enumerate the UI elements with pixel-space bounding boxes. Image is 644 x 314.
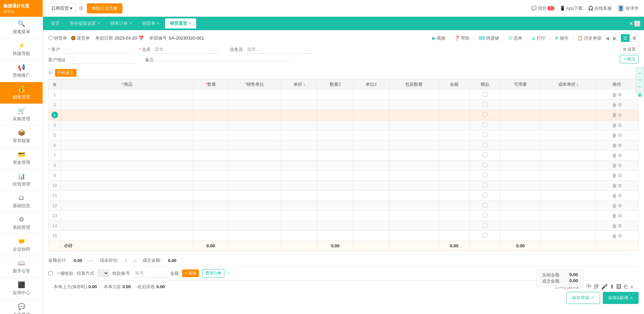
cell-pkg-qty-5[interactable]: [389, 130, 439, 140]
cell-qty-6[interactable]: [194, 140, 228, 150]
delete-row-2[interactable]: 🗑: [612, 102, 617, 108]
copy-row-13[interactable]: ⧉: [618, 213, 622, 218]
delete-row-6[interactable]: 🗑: [612, 142, 617, 148]
cell-amount-2[interactable]: [439, 100, 470, 110]
cell-goods-12[interactable]: [61, 201, 194, 211]
cell-goods-14[interactable]: [61, 221, 194, 231]
float-attachment[interactable]: 附件: [636, 67, 644, 73]
cell-unit-12[interactable]: [228, 201, 281, 211]
gift-checkbox-1[interactable]: [483, 92, 487, 97]
copy-row-1[interactable]: ⧉: [618, 92, 622, 98]
cell-amount-1[interactable]: [439, 90, 470, 100]
goods-input-3[interactable]: [64, 113, 191, 118]
cell-gift-5[interactable]: [470, 130, 500, 140]
cell-goods-2[interactable]: [61, 100, 194, 110]
sidebar-item-marketing[interactable]: 📢 营销推广: [0, 60, 43, 82]
tool-set[interactable]: ∈: [624, 284, 628, 290]
cell-gift-15[interactable]: [470, 231, 500, 241]
cell-price-14[interactable]: [281, 221, 317, 231]
cell-qty2-3[interactable]: [317, 110, 353, 120]
cell-qty-1[interactable]: [194, 90, 228, 100]
cell-unit-7[interactable]: [228, 150, 281, 161]
cell-qty2-2[interactable]: [317, 100, 353, 110]
cell-price-11[interactable]: [281, 191, 317, 201]
gear-settings-icon[interactable]: ⚙: [79, 5, 84, 11]
gift-checkbox-13[interactable]: [483, 213, 487, 217]
cell-available-2[interactable]: [500, 100, 541, 110]
sidebar-item-basic[interactable]: 🗂 基础信息: [0, 191, 43, 212]
cell-qty-8[interactable]: [194, 161, 228, 171]
warehouse-input[interactable]: 总仓 ...: [153, 45, 220, 54]
cell-pkg-qty-15[interactable]: [389, 231, 439, 241]
cell-unit2-10[interactable]: [353, 181, 389, 191]
table-settings-icon[interactable]: ⚙: [48, 70, 52, 75]
float-favorite[interactable]: 收藏: [636, 87, 644, 93]
cell-price-3[interactable]: [281, 110, 317, 120]
tab-sale-delivery[interactable]: 销货单 ✕: [138, 18, 164, 28]
copy-row-10[interactable]: ⧉: [618, 183, 622, 188]
cell-gift-2[interactable]: [470, 100, 500, 110]
ime-zh[interactable]: 中: [586, 283, 592, 290]
cell-unit-6[interactable]: [228, 140, 281, 150]
delete-row-4[interactable]: 🗑: [612, 122, 617, 128]
cell-pkg-qty-1[interactable]: [389, 90, 439, 100]
cell-pkg-qty-3[interactable]: [389, 110, 439, 120]
cell-unit-9[interactable]: [228, 171, 281, 181]
cell-unit2-4[interactable]: [353, 120, 389, 130]
cell-pkg-qty-7[interactable]: [389, 150, 439, 161]
sidebar-item-operations[interactable]: 📊 经营管理: [0, 169, 43, 191]
cell-pkg-qty-9[interactable]: [389, 171, 439, 181]
online-service-btn[interactable]: 🎧 在线客服: [588, 5, 612, 11]
cell-unit2-1[interactable]: [353, 90, 389, 100]
cell-qty2-10[interactable]: [317, 181, 353, 191]
account-input[interactable]: 账号 ...: [133, 269, 167, 277]
cell-pkg-qty-8[interactable]: [389, 161, 439, 171]
operate-btn[interactable]: ⚙ 操作: [555, 35, 569, 41]
gift-checkbox-9[interactable]: [483, 173, 487, 177]
cell-qty-13[interactable]: [194, 211, 228, 221]
cell-unit-2[interactable]: [228, 100, 281, 110]
cell-cost-price-12[interactable]: [540, 201, 595, 211]
cell-amount-3[interactable]: [439, 110, 470, 120]
cell-pkg-qty-13[interactable]: [389, 211, 439, 221]
list-view-btn[interactable]: ⊞: [630, 34, 639, 42]
cell-qty2-5[interactable]: [317, 130, 353, 140]
cell-qty2-1[interactable]: [317, 90, 353, 100]
select-btn[interactable]: ☑ 选单: [508, 35, 522, 41]
sidebar-item-sales[interactable]: 💰 销售管理: [0, 82, 43, 104]
delete-row-3[interactable]: 🗑: [612, 112, 617, 118]
tab-close-sale-delivery[interactable]: ✕: [157, 21, 160, 26]
cell-gift-11[interactable]: [470, 191, 500, 201]
cell-qty-9[interactable]: [194, 171, 228, 181]
gift-checkbox-4[interactable]: [483, 122, 487, 127]
sidebar-item-wechat[interactable]: 💬 企业微信: [0, 300, 43, 314]
gift-checkbox-12[interactable]: [483, 203, 487, 207]
cell-amount-4[interactable]: [439, 120, 470, 130]
cell-goods-10[interactable]: [61, 181, 194, 191]
ime-py[interactable]: 拼: [594, 283, 599, 290]
copy-row-9[interactable]: ⧉: [618, 173, 622, 178]
cell-price-15[interactable]: [281, 231, 317, 241]
cell-amount-13[interactable]: [439, 211, 470, 221]
shortcut-btn[interactable]: ⌨ 快捷键: [479, 35, 499, 41]
cell-available-9[interactable]: [500, 171, 541, 181]
copy-row-4[interactable]: ⧉: [618, 122, 622, 128]
cell-unit2-5[interactable]: [353, 130, 389, 140]
cell-amount-10[interactable]: [439, 181, 470, 191]
cell-gift-12[interactable]: [470, 201, 500, 211]
industry-select[interactable]: 日用百货 ▾: [48, 4, 75, 13]
cell-goods-11[interactable]: [61, 191, 194, 201]
return-radio-label[interactable]: 退货单: [71, 35, 90, 41]
customer-input[interactable]: ...: [62, 46, 129, 53]
cell-amount-12[interactable]: [439, 201, 470, 211]
cell-goods-15[interactable]: [61, 231, 194, 241]
cell-available-5[interactable]: [500, 130, 541, 140]
grid-view-btn[interactable]: ☰: [621, 34, 630, 42]
prev-record-btn[interactable]: ◀: [605, 36, 609, 41]
sidebar-item-enterprise[interactable]: 🤝 企业协同: [0, 234, 43, 256]
cell-qty2-15[interactable]: [317, 231, 353, 241]
cell-available-11[interactable]: [500, 191, 541, 201]
cell-cost-price-1[interactable]: [540, 90, 595, 100]
add-payment-btn[interactable]: + 添加: [182, 269, 199, 277]
cell-goods-9[interactable]: [61, 171, 194, 181]
